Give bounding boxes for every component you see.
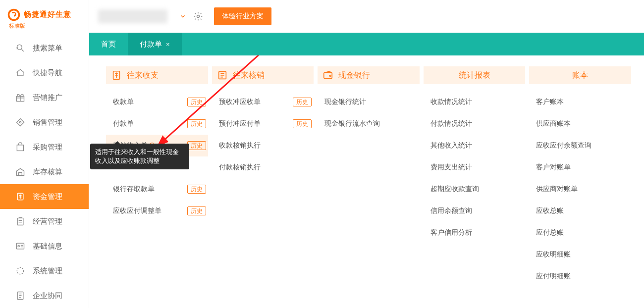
menu-label: 客户信用分析 [430, 228, 472, 237]
tab-label: 付款单 [140, 40, 162, 49]
column-title: 往来收支 [127, 70, 159, 81]
nav-item-collab[interactable]: 企业协同 [0, 283, 89, 308]
title-blurred [98, 9, 167, 23]
menu-item[interactable]: 供应商账本 [529, 113, 631, 135]
nav-item-sales[interactable]: 销售管理 [0, 110, 89, 135]
menu-item-receipt[interactable]: 收款单 历史 [106, 91, 208, 113]
menu-label: 收款情况统计 [430, 98, 472, 106]
menu-item[interactable]: 现金银行统计 [318, 91, 420, 113]
history-badge[interactable]: 历史 [293, 98, 312, 106]
nav-label: 采购管理 [33, 143, 62, 152]
menu-item[interactable]: 客户信用分析 [424, 222, 526, 244]
nav-item-basic[interactable]: 基础信息 [0, 234, 89, 258]
history-badge[interactable]: 历史 [187, 119, 206, 128]
menu-label: 费用支出统计 [430, 163, 472, 172]
menu-label: 其他收入统计 [430, 141, 472, 150]
chevron-down-icon[interactable] [179, 13, 186, 20]
nav-item-finance[interactable]: 资金管理 [0, 184, 89, 209]
nav-label: 营销推广 [33, 93, 62, 103]
menu-label: 应收应付调整单 [113, 206, 161, 215]
dashed-circle-icon [15, 265, 26, 276]
ledger-icon [216, 69, 229, 82]
menu-item[interactable]: 付款核销执行 [212, 156, 314, 178]
menu-item-adjustment[interactable]: 应收应付调整单 历史 [106, 200, 208, 222]
column-books: 账本 客户账本 供应商账本 应收应付余额查询 客户对账单 供应商对账单 应收总账… [529, 66, 631, 287]
menu-label: 收款单 [113, 98, 134, 106]
menu-label: 付款单 [113, 119, 134, 128]
close-icon[interactable]: × [166, 41, 170, 48]
svg-rect-5 [17, 218, 23, 225]
tab-home[interactable]: 首页 [89, 33, 128, 55]
topbar: 体验行业方案 [89, 0, 644, 33]
menu-item[interactable]: 应付明细账 [529, 265, 631, 287]
column-header: 现金银行 [318, 66, 420, 84]
menu-item[interactable]: 付款情况统计 [424, 113, 526, 135]
tag-icon [15, 117, 26, 128]
menu-label: 付款核销执行 [219, 163, 261, 172]
menu-item-bank-transfer[interactable]: 银行存取款单 历史 [106, 178, 208, 200]
menu-item[interactable]: 收款情况统计 [424, 91, 526, 113]
nav-label: 库存核算 [33, 167, 62, 177]
history-badge[interactable]: 历史 [187, 141, 206, 150]
menu-label: 应收应付余额查询 [536, 141, 591, 150]
menu-item[interactable]: 收款核销执行 [212, 135, 314, 156]
column-receipts: 往来收支 收款单 历史 付款单 历史 其他收入单? 历史 [106, 66, 208, 287]
menu-item[interactable]: 应付总账 [529, 222, 631, 244]
nav-item-stock[interactable]: 库存核算 [0, 159, 89, 184]
menu-item[interactable]: 信用余额查询 [424, 200, 526, 222]
tab-payment-slip[interactable]: 付款单 × [128, 33, 182, 55]
nav-item-business[interactable]: 经营管理 [0, 209, 89, 234]
nav-label: 销售管理 [33, 118, 62, 127]
menu-item[interactable]: 费用支出统计 [424, 156, 526, 178]
menu-label: 客户对账单 [536, 163, 571, 172]
nav-item-system[interactable]: 系统管理 [0, 258, 89, 283]
brand: 畅捷通好生意 [0, 0, 89, 25]
history-badge[interactable]: 历史 [187, 206, 206, 215]
menu-label: 应付明细账 [536, 272, 571, 281]
tab-label: 首页 [101, 40, 116, 49]
money-icon [15, 191, 26, 202]
history-badge[interactable]: 历史 [187, 185, 206, 194]
menu-item[interactable]: 其他收入统计 [424, 135, 526, 156]
gear-icon[interactable] [193, 11, 203, 21]
nav-item-purchase[interactable]: 采购管理 [0, 135, 89, 159]
column-title: 现金银行 [338, 70, 370, 81]
bag-icon [15, 142, 26, 153]
menu-label: 付款情况统计 [430, 119, 472, 128]
svg-point-10 [197, 15, 200, 18]
nav-item-marketing[interactable]: 营销推广 [0, 85, 89, 110]
column-cashbank: 现金银行 现金银行统计 现金银行流水查询 [318, 66, 420, 287]
nav-item-search[interactable]: 搜索菜单 [0, 36, 89, 60]
experience-button[interactable]: 体验行业方案 [214, 7, 271, 25]
menu-item[interactable]: 超期应收款查询 [424, 178, 526, 200]
menu-item[interactable]: 应收总账 [529, 200, 631, 222]
nav-label: 经营管理 [33, 217, 62, 226]
column-header: 统计报表 [424, 66, 526, 84]
menu-item[interactable]: 应收明细账 [529, 244, 631, 265]
nav-label: 资金管理 [33, 192, 62, 202]
history-badge[interactable]: 历史 [187, 98, 206, 106]
home-icon [15, 67, 26, 78]
column-title: 往来核销 [233, 70, 265, 81]
menu-item[interactable]: 现金银行流水查询 [318, 113, 420, 135]
menu-label: 现金银行流水查询 [324, 119, 380, 128]
history-badge[interactable]: 历史 [293, 119, 312, 128]
document-icon [15, 290, 26, 301]
search-icon [15, 43, 26, 53]
menu-item[interactable]: 供应商对账单 [529, 178, 631, 200]
menu-item[interactable]: 应收应付余额查询 [529, 135, 631, 156]
menu-item[interactable]: 客户对账单 [529, 156, 631, 178]
menu-item-payment[interactable]: 付款单 历史 [106, 113, 208, 135]
svg-point-8 [17, 267, 23, 274]
menu-label: 供应商账本 [536, 119, 571, 128]
menu-label: 信用余额查询 [430, 206, 472, 215]
menu-label: 银行存取款单 [113, 185, 155, 194]
wallet-icon [322, 69, 334, 82]
menu-item[interactable]: 预收冲应收单 历史 [212, 91, 314, 113]
brand-edition: 标准版 [0, 22, 89, 33]
menu-item[interactable]: 客户账本 [529, 91, 631, 113]
nav-item-quicknav[interactable]: 快捷导航 [0, 60, 89, 85]
gift-icon [15, 92, 26, 103]
menu-label: 应付总账 [536, 228, 564, 237]
menu-item[interactable]: 预付冲应付单 历史 [212, 113, 314, 135]
